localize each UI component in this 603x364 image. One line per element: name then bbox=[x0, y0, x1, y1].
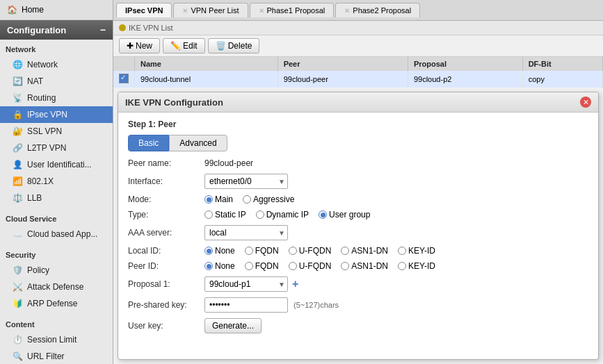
sidebar-item-label: LLB bbox=[27, 193, 42, 203]
peer-id-none[interactable]: None bbox=[204, 261, 235, 271]
peer-id-keyid[interactable]: KEY-ID bbox=[398, 261, 435, 271]
proposal-select[interactable]: 99cloud-p1 bbox=[204, 276, 288, 292]
sidebar-item-label: ARP Defense bbox=[27, 299, 78, 308]
home-button[interactable]: 🏠 Home bbox=[0, 0, 113, 20]
config-close-button[interactable]: ✕ bbox=[580, 97, 591, 108]
aaa-server-row: AAA server: local ▼ bbox=[128, 225, 588, 240]
mode-aggressive-option[interactable]: Aggressive bbox=[243, 195, 294, 204]
local-id-keyid[interactable]: KEY-ID bbox=[398, 246, 435, 256]
sidebar-item-attack-defense[interactable]: ⚔️ Attack Defense bbox=[0, 279, 113, 295]
sidebar-item-label: NAT bbox=[27, 76, 43, 86]
attack-icon: ⚔️ bbox=[11, 281, 24, 293]
mode-aggressive-label: Aggressive bbox=[253, 195, 294, 204]
user-icon: 👤 bbox=[11, 158, 24, 171]
cloud-section-label: Cloud Service bbox=[0, 212, 113, 226]
peer-id-asn1dn-label: ASN1-DN bbox=[351, 261, 388, 271]
local-id-fqdn[interactable]: FQDN bbox=[245, 246, 279, 256]
local-id-asn1dn-label: ASN1-DN bbox=[351, 246, 388, 256]
sidebar-item-routing[interactable]: 📡 Routing bbox=[0, 90, 113, 106]
sidebar-item-url-filter[interactable]: 🔍 URL Filter bbox=[0, 348, 113, 364]
peer-id-radio-group: None FQDN U-FQDN ASN1-DN bbox=[204, 261, 435, 271]
sidebar-item-llb[interactable]: ⚖️ LLB bbox=[0, 190, 113, 206]
generate-label: Generate... bbox=[212, 321, 254, 331]
row-checkbox[interactable] bbox=[119, 74, 129, 83]
config-panel: IKE VPN Configuration ✕ Step 1: Peer Bas… bbox=[118, 92, 599, 360]
sidebar-item-arp-defense[interactable]: 🔰 ARP Defense bbox=[0, 295, 113, 312]
tabs-bar: IPsec VPN ✕ VPN Peer List ✕ Phase1 Propo… bbox=[113, 0, 603, 21]
security-section: Security 🛡️ Policy ⚔️ Attack Defense 🔰 A… bbox=[0, 245, 113, 315]
local-id-asn1dn[interactable]: ASN1-DN bbox=[341, 246, 388, 256]
row-proposal: 99cloud-p2 bbox=[408, 71, 522, 88]
tab-phase2-proposal[interactable]: ✕ Phase2 Proposal bbox=[335, 3, 420, 17]
sidebar-item-label: Network bbox=[27, 60, 58, 69]
type-usergroup-label: User group bbox=[329, 210, 370, 220]
peer-id-asn1dn[interactable]: ASN1-DN bbox=[341, 261, 388, 271]
sub-tab-advanced[interactable]: Advanced bbox=[169, 135, 227, 151]
peer-id-ufqdn-label: U-FQDN bbox=[299, 261, 332, 271]
local-id-none[interactable]: None bbox=[204, 246, 235, 256]
sidebar-item-label: User Identificati... bbox=[27, 160, 92, 169]
edit-button[interactable]: ✏️ Edit bbox=[163, 38, 205, 53]
sub-tab-basic[interactable]: Basic bbox=[128, 135, 169, 151]
user-key-row: User key: Generate... bbox=[128, 318, 588, 333]
sidebar-item-session-limit[interactable]: ⏱️ Session Limit bbox=[0, 331, 113, 348]
type-dynamic-option[interactable]: Dynamic IP bbox=[256, 210, 309, 220]
peer-id-keyid-label: KEY-ID bbox=[408, 261, 435, 271]
row-name: 99cloud-tunnel bbox=[135, 71, 278, 88]
tab-phase1-proposal[interactable]: ✕ Phase1 Proposal bbox=[250, 3, 335, 17]
mode-main-option[interactable]: Main bbox=[204, 195, 233, 204]
tab-close-icon: ✕ bbox=[182, 7, 188, 15]
sidebar-item-ssl-vpn[interactable]: 🔐 SSL VPN bbox=[0, 123, 113, 140]
local-id-ufqdn[interactable]: U-FQDN bbox=[289, 246, 332, 256]
new-button[interactable]: ✚ New bbox=[119, 38, 160, 53]
delete-button[interactable]: 🗑️ Delete bbox=[208, 38, 260, 53]
sidebar-item-ipsec-vpn[interactable]: 🔒 IPsec VPN bbox=[0, 106, 113, 123]
col-name: Name bbox=[135, 57, 278, 71]
configuration-header: Configuration − bbox=[0, 20, 113, 40]
sidebar-item-l2tp-vpn[interactable]: 🔗 L2TP VPN bbox=[0, 140, 113, 156]
interface-select[interactable]: ethernet0/0 bbox=[204, 174, 288, 189]
peer-id-ufqdn-radio bbox=[289, 262, 297, 270]
sidebar-item-8021x[interactable]: 📶 802.1X bbox=[0, 173, 113, 190]
sidebar-item-user-id[interactable]: 👤 User Identificati... bbox=[0, 156, 113, 173]
new-icon: ✚ bbox=[127, 41, 134, 51]
peer-id-fqdn[interactable]: FQDN bbox=[245, 261, 279, 271]
mode-main-label: Main bbox=[215, 195, 233, 204]
proposal-row: Proposal 1: 99cloud-p1 ▼ + bbox=[128, 276, 588, 292]
tab-label: VPN Peer List bbox=[191, 6, 239, 15]
peer-id-ufqdn[interactable]: U-FQDN bbox=[289, 261, 332, 271]
l2tp-icon: 🔗 bbox=[11, 142, 24, 154]
sidebar-item-label: 802.1X bbox=[27, 176, 54, 186]
local-id-radio-group: None FQDN U-FQDN ASN1-DN bbox=[204, 246, 435, 256]
row-checkbox-cell bbox=[113, 71, 135, 88]
delete-icon: 🗑️ bbox=[216, 41, 226, 51]
generate-button[interactable]: Generate... bbox=[204, 318, 262, 333]
network-icon: 🌐 bbox=[11, 58, 24, 71]
sidebar-item-label: Routing bbox=[27, 93, 56, 103]
step-label: Step 1: Peer bbox=[128, 119, 588, 129]
cloud-service-section: Cloud Service ☁️ Cloud based App... bbox=[0, 209, 113, 245]
tab-ipsec-vpn[interactable]: IPsec VPN bbox=[116, 3, 172, 17]
local-id-ufqdn-label: U-FQDN bbox=[299, 246, 332, 256]
collapse-button[interactable]: − bbox=[100, 24, 106, 35]
interface-select-wrap: ethernet0/0 ▼ bbox=[204, 174, 288, 189]
type-usergroup-option[interactable]: User group bbox=[319, 210, 370, 220]
add-proposal-button[interactable]: + bbox=[292, 278, 298, 290]
tab-vpn-peer-list[interactable]: ✕ VPN Peer List bbox=[173, 3, 248, 17]
sidebar-item-network[interactable]: 🌐 Network bbox=[0, 56, 113, 73]
tab-close-icon: ✕ bbox=[259, 7, 264, 15]
content-section-label: Content bbox=[0, 317, 113, 331]
interface-label: Interface: bbox=[128, 176, 204, 186]
network-section: Network 🌐 Network 🔄 NAT 📡 Routing 🔒 IPse… bbox=[0, 40, 113, 209]
preshared-key-input[interactable] bbox=[204, 297, 288, 313]
aaa-server-select[interactable]: local bbox=[204, 225, 288, 240]
sidebar-item-nat[interactable]: 🔄 NAT bbox=[0, 73, 113, 90]
table-row[interactable]: 99cloud-tunnel 99cloud-peer 99cloud-p2 c… bbox=[113, 71, 603, 88]
type-static-option[interactable]: Static IP bbox=[204, 210, 246, 220]
config-header: IKE VPN Configuration ✕ bbox=[118, 92, 598, 113]
sidebar-item-policy[interactable]: 🛡️ Policy bbox=[0, 262, 113, 279]
sidebar-item-label: SSL VPN bbox=[27, 126, 62, 136]
local-id-asn1dn-radio bbox=[341, 247, 349, 255]
main-content: IPsec VPN ✕ VPN Peer List ✕ Phase1 Propo… bbox=[113, 0, 603, 364]
sidebar-item-cloud-app[interactable]: ☁️ Cloud based App... bbox=[0, 226, 113, 242]
